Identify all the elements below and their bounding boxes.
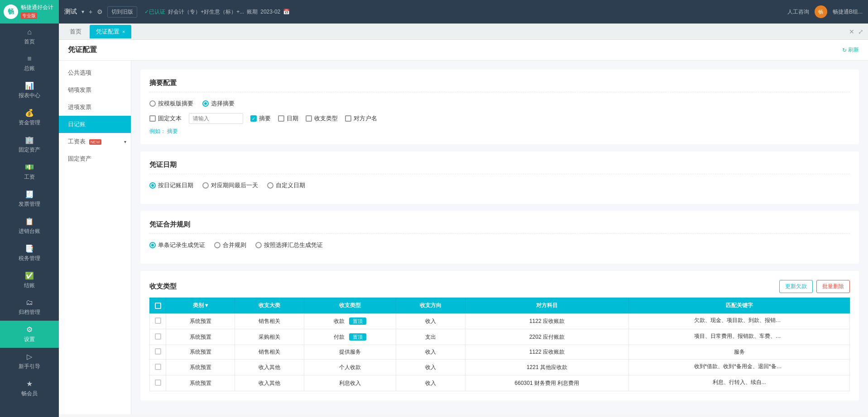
nav-item-payroll[interactable]: 工资表 NEW ▾ <box>59 133 131 150</box>
td-direction: 收入 <box>396 360 465 375</box>
checkbox-summary[interactable]: ✓ 摘要 <box>250 114 271 123</box>
select-all-checkbox[interactable] <box>155 303 161 309</box>
nav-item-journal[interactable]: 日记账 <box>59 116 131 133</box>
nav-item-purchase-invoice[interactable]: 进项发票 <box>59 99 131 116</box>
td-account: 2202 应付账款 <box>465 329 628 345</box>
row-checkbox[interactable] <box>155 333 161 340</box>
top-tag[interactable]: 置顶 <box>349 333 366 341</box>
table-row: 系统预置 采购相关 付款 置顶 支出 2202 应付账款 项目、日常费用、报销款… <box>150 329 850 345</box>
th-category: 类别 ▾ <box>166 298 235 313</box>
td-sub-type: 个人收款 <box>304 360 396 375</box>
two-panel: 公共选项 销项发票 进项发票 日记账 工资表 NEW ▾ <box>59 61 868 414</box>
row-checkbox[interactable] <box>155 379 161 386</box>
top-tag[interactable]: 置顶 <box>349 317 366 325</box>
product-tags: 好会计（专）+好生意（标）+... <box>168 8 244 16</box>
radio-aggregate[interactable]: 按照选择汇总生成凭证 <box>255 241 323 249</box>
sidebar-item-invoice[interactable]: 🧾 发票管理 <box>0 185 59 213</box>
sidebar-item-ledger[interactable]: ≡ 总账 <box>0 50 59 77</box>
nav-item-sales-invoice[interactable]: 销项发票 <box>59 81 131 99</box>
topbar: 测试 ▾ + ⚙ 切到旧版 ✓已认证 好会计（专）+好生意（标）+... 账期 … <box>59 0 868 24</box>
member-icon: ★ <box>26 379 33 388</box>
radio-circle <box>255 242 262 248</box>
new-badge: NEW <box>89 139 101 145</box>
expand-icon: ▾ <box>124 139 126 144</box>
window-maximize-icon[interactable]: ⤢ <box>858 28 863 35</box>
voucher-date-radio-group: 按日记账日期 对应期间最后一天 自定义日期 <box>149 181 850 190</box>
logo-icon: 畅 <box>4 5 18 19</box>
sidebar-item-guide[interactable]: ▷ 新手引导 <box>0 348 59 375</box>
radio-template-summary[interactable]: 按模板版摘要 <box>149 100 193 108</box>
checkbox-box <box>306 115 312 122</box>
app-name: 畅捷通好会计 <box>21 4 53 11</box>
sidebar-item-label: 发票管理 <box>19 200 40 208</box>
fixed-text-input[interactable] <box>189 113 243 124</box>
invoice-icon: 🧾 <box>25 190 34 199</box>
sidebar-item-finance[interactable]: 💰 资金管理 <box>0 104 59 131</box>
nav-item-fixed-assets[interactable]: 固定资产 <box>59 150 131 167</box>
nav-item-public[interactable]: 公共选项 <box>59 64 131 81</box>
tax-icon: 📑 <box>25 244 34 253</box>
td-checkbox <box>150 313 166 329</box>
radio-single-record[interactable]: 单条记录生成凭证 <box>149 241 205 249</box>
salary-icon: 💵 <box>25 163 34 171</box>
update-button[interactable]: 更新欠款 <box>779 280 813 293</box>
app-subtitle: 专业版 <box>21 12 37 19</box>
sidebar-item-archive[interactable]: 🗂 归档管理 <box>0 294 59 321</box>
consult-label[interactable]: 人工咨询 <box>787 8 809 16</box>
checkbox-box-checked: ✓ <box>250 115 257 122</box>
sidebar-item-label: 畅会员 <box>21 390 38 398</box>
td-keywords: 利息、行转入、续自... <box>629 375 850 391</box>
radio-circle <box>202 182 209 189</box>
ledger-icon: ≡ <box>27 55 31 63</box>
calendar-icon[interactable]: 📅 <box>283 9 290 15</box>
radio-period-last-day[interactable]: 对应期间最后一天 <box>202 181 258 190</box>
sidebar-item-closing[interactable]: ✅ 结账 <box>0 267 59 294</box>
sidebar-item-home[interactable]: ⌂ 首页 <box>0 24 59 50</box>
sidebar-item-reports[interactable]: 📊 报表中心 <box>0 77 59 104</box>
row-checkbox[interactable] <box>155 348 161 355</box>
sidebar-item-label: 新手引导 <box>19 363 40 370</box>
radio-custom-date[interactable]: 自定义日期 <box>267 181 305 190</box>
sidebar-item-label: 固定资产 <box>19 146 40 154</box>
tab-home[interactable]: 首页 <box>63 25 88 38</box>
sidebar-item-label: 资金管理 <box>19 119 40 127</box>
window-controls: ✕ ⤢ <box>849 28 863 35</box>
switch-version-button[interactable]: 切到旧版 <box>107 6 137 18</box>
sidebar-item-salary[interactable]: 💵 工资 <box>0 158 59 185</box>
radio-select-summary[interactable]: 选择摘要 <box>202 100 235 108</box>
tab-close-icon[interactable]: × <box>122 29 125 34</box>
radio-merge-rule[interactable]: 合并规则 <box>214 241 246 249</box>
income-expense-table: 类别 ▾ 收支大类 收支类型 收支方向 对方科目 匹配关键字 <box>149 298 850 391</box>
td-account: 660301 财务费用 利息费用 <box>465 375 628 391</box>
checkbox-date[interactable]: 日期 <box>278 114 298 123</box>
checkbox-counterparty[interactable]: 对方户名 <box>345 114 377 123</box>
table-row: 系统预置 销售相关 收款 置顶 收入 1122 应收账款 欠款、现金、项目款、到… <box>150 313 850 329</box>
sidebar-item-member[interactable]: ★ 畅会员 <box>0 375 59 402</box>
tab-voucher-config[interactable]: 凭证配置 × <box>90 25 131 38</box>
sidebar-item-tax[interactable]: 📑 税务管理 <box>0 240 59 267</box>
th-account: 对方科目 <box>465 298 628 313</box>
td-keywords: 项目、日常费用、报销款、车费、承兑汇票、付款 <box>629 329 850 345</box>
checkbox-fixed-text[interactable]: 固定文本 <box>149 114 182 123</box>
reports-icon: 📊 <box>25 81 34 90</box>
sidebar-item-label: 工资 <box>24 173 35 181</box>
row-checkbox[interactable] <box>155 364 161 370</box>
right-content: 摘要配置 按模板版摘要 选择摘要 <box>131 61 868 414</box>
dropdown-arrow-icon[interactable]: ▾ <box>82 9 84 15</box>
user-name: 畅捷通B组... <box>833 8 863 16</box>
archive-icon: 🗂 <box>26 299 33 307</box>
sidebar-item-assets[interactable]: 🏢 固定资产 <box>0 131 59 158</box>
topbar-settings-icon[interactable]: ⚙ <box>97 8 103 15</box>
sidebar-item-purchase[interactable]: 📋 进销台账 <box>0 213 59 240</box>
batch-delete-button[interactable]: 批量删除 <box>816 280 850 293</box>
radio-journal-date[interactable]: 按日记账日期 <box>149 181 193 190</box>
window-close-icon[interactable]: ✕ <box>849 28 854 35</box>
td-account: 1221 其他应收款 <box>465 360 628 375</box>
sidebar-item-settings[interactable]: ⚙ 设置 <box>0 321 59 348</box>
topbar-add-icon[interactable]: + <box>89 8 92 15</box>
td-main-type: 收入其他 <box>235 375 304 391</box>
row-checkbox[interactable] <box>155 317 161 324</box>
refresh-button[interactable]: ↻ 刷新 <box>842 46 859 54</box>
td-direction: 收入 <box>396 313 465 329</box>
checkbox-type[interactable]: 收支类型 <box>306 114 338 123</box>
